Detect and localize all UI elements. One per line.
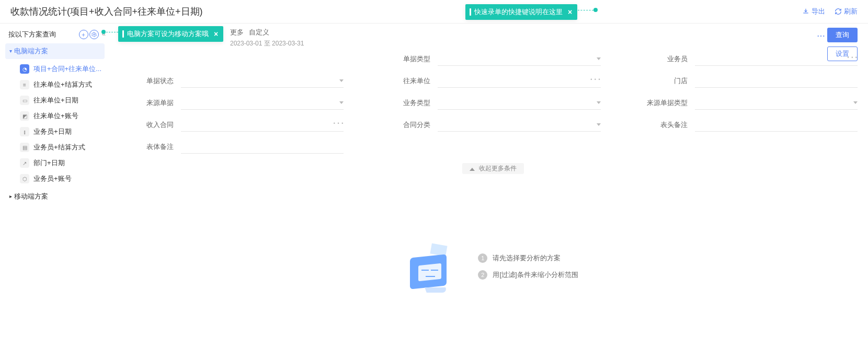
input-store[interactable] (695, 74, 858, 88)
field-partner: 往来单位 (385, 74, 600, 88)
field-source-bill: 来源单据 (129, 96, 344, 110)
export-icon (802, 8, 809, 15)
input-body-remark[interactable] (181, 140, 344, 154)
empty-illustration (399, 235, 462, 298)
input-partner[interactable] (438, 74, 600, 88)
label-contract-cat: 合同分类 (385, 120, 438, 130)
label-src-bill-type: 来源单据类型 (643, 98, 695, 108)
tip-accent-bar (470, 8, 471, 16)
label-body-remark: 表体备注 (129, 142, 181, 152)
tip-shortcut-dot (593, 8, 598, 12)
caret-right-icon: ▸ (9, 193, 12, 199)
label-biz-type: 业务类型 (385, 98, 438, 108)
svg-point-0 (94, 34, 95, 36)
scheme-icon: ⬡ (20, 174, 29, 183)
scheme-item-3[interactable]: ◩ 往来单位+账号 (5, 108, 105, 124)
scheme-icon: ◔ (20, 64, 29, 74)
tree-group-desktop-label: 电脑端方案 (14, 47, 48, 56)
tip-shortcut-connector (578, 10, 593, 10)
scheme-item-1-label: 往来单位+结算方式 (33, 80, 92, 89)
tip-shortcut-text: 快速录单的快捷键说明在这里 (474, 7, 563, 17)
label-bill-status: 单据状态 (129, 76, 181, 86)
scheme-item-2[interactable]: ▭ 往来单位+日期 (5, 92, 105, 108)
scheme-item-3-label: 往来单位+账号 (33, 111, 78, 121)
export-label: 导出 (812, 7, 825, 16)
label-source-bill: 来源单据 (129, 98, 181, 108)
tree-group-desktop[interactable]: ▾ 电脑端方案 (5, 43, 105, 59)
scheme-item-7-label: 业务员+账号 (33, 174, 72, 183)
date-custom[interactable]: 自定义 (249, 28, 269, 37)
scheme-icon: ↗ (20, 158, 29, 168)
scheme-item-5[interactable]: ▤ 业务员+结算方式 (5, 140, 105, 155)
scheme-item-1[interactable]: ≡ 往来单位+结算方式 (5, 77, 105, 92)
tree-group-mobile[interactable]: ▸ 移动端方案 (5, 189, 105, 204)
scheme-icon: ▤ (20, 143, 29, 152)
field-contract-cat: 合同分类 (385, 118, 600, 132)
input-bill-status[interactable] (181, 74, 344, 88)
add-scheme-icon[interactable]: ＋ (79, 30, 88, 39)
filter-area: 更多 自定义 2023-03-01 至 2023-03-31 单据类型 业务员 … (110, 24, 868, 174)
empty-step-2: 2 用[过滤]条件来缩小分析范围 (478, 270, 578, 280)
refresh-button[interactable]: 刷新 (835, 7, 858, 16)
collapse-filters-label: 收起更多条件 (479, 164, 517, 173)
input-operator[interactable] (695, 52, 858, 66)
sidebar-title: 按以下方案查询 (8, 30, 56, 39)
label-head-remark: 表头备注 (643, 120, 695, 130)
scheme-item-4-label: 业务员+日期 (33, 127, 72, 136)
chevron-down-icon (597, 98, 601, 106)
scheme-settings-icon[interactable] (89, 30, 99, 39)
chevron-down-icon (597, 54, 601, 62)
caret-down-icon: ▾ (9, 48, 12, 54)
step-number-icon: 1 (478, 253, 487, 263)
field-income-contract: 收入合同 (129, 118, 344, 132)
input-bill-type[interactable] (438, 52, 600, 66)
input-income-contract[interactable] (181, 118, 344, 132)
scheme-item-4[interactable]: ⫿ 业务员+日期 (5, 124, 105, 140)
export-button[interactable]: 导出 (802, 7, 825, 16)
scheme-item-7[interactable]: ⬡ 业务员+账号 (5, 171, 105, 187)
sidebar-head: 按以下方案查询 ＋ « (0, 28, 110, 43)
empty-step-2-text: 用[过滤]条件来缩小分析范围 (493, 270, 578, 280)
chevron-up-icon (470, 165, 476, 172)
scheme-item-0[interactable]: ◔ 项目+合同+往来单位... (5, 61, 105, 77)
date-more[interactable]: 更多 (230, 28, 244, 37)
scheme-icon: ◩ (20, 111, 29, 121)
tree-group-mobile-label: 移动端方案 (14, 192, 48, 201)
tip-mobile-scheme-connector (104, 32, 118, 32)
label-partner: 往来单位 (385, 76, 438, 86)
field-head-remark: 表头备注 (643, 118, 858, 132)
scheme-item-6-label: 部门+日期 (33, 158, 65, 168)
label-income-contract: 收入合同 (129, 120, 181, 130)
label-operator: 业务员 (643, 54, 695, 64)
refresh-icon (835, 8, 842, 15)
scheme-icon: ≡ (20, 80, 29, 89)
tip-accent-bar (122, 30, 124, 38)
field-src-bill-type: 来源单据类型 (643, 96, 858, 110)
field-operator: 业务员 (643, 52, 858, 66)
input-biz-type[interactable] (438, 96, 600, 110)
main-panel: ⋯ 查询 设置 更多 自定义 2023-03-01 至 2023-03-31 单… (110, 23, 868, 359)
lookup-icon (334, 120, 344, 128)
scheme-item-5-label: 业务员+结算方式 (33, 143, 85, 152)
input-source-bill[interactable] (181, 96, 344, 110)
scheme-item-6[interactable]: ↗ 部门+日期 (5, 155, 105, 171)
tip-mobile-scheme-close-icon[interactable]: × (214, 30, 218, 38)
lookup-icon (590, 76, 600, 84)
tip-mobile-scheme-text: 电脑方案可设为移动方案哦 (127, 29, 209, 39)
scheme-icon: ⫿ (20, 127, 29, 136)
tip-mobile-scheme-dot (101, 30, 106, 34)
date-value: 2023-03-01 至 2023-03-31 (230, 39, 858, 48)
empty-step-1: 1 请先选择要分析的方案 (478, 253, 578, 263)
label-bill-type: 单据类型 (385, 54, 438, 64)
tip-mobile-scheme: 电脑方案可设为移动方案哦 × (118, 26, 223, 42)
input-contract-cat[interactable] (438, 118, 600, 132)
refresh-label: 刷新 (844, 7, 858, 16)
label-store: 门店 (643, 76, 695, 86)
lookup-icon (848, 54, 858, 62)
input-head-remark[interactable] (695, 118, 858, 132)
scheme-item-0-label: 项目+合同+往来单位... (33, 64, 101, 74)
collapse-filters-button[interactable]: 收起更多条件 (462, 163, 524, 174)
tip-shortcut-close-icon[interactable]: × (568, 8, 572, 16)
field-bill-status: 单据状态 (129, 74, 344, 88)
input-src-bill-type[interactable] (695, 96, 858, 110)
